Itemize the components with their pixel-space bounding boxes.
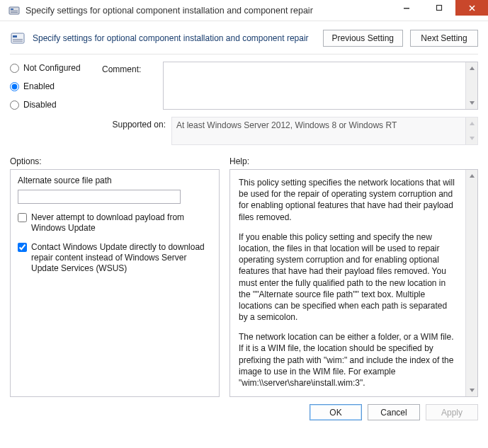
radio-enabled[interactable]: Enabled xyxy=(10,81,93,91)
svg-rect-9 xyxy=(13,41,23,42)
svg-rect-5 xyxy=(437,6,442,11)
radio-disabled-input[interactable] xyxy=(10,100,19,110)
help-scrollbar[interactable] xyxy=(465,170,477,396)
panel-headers: Options: Help: xyxy=(0,149,488,169)
comment-label: Comment: xyxy=(102,62,157,74)
scroll-up-icon[interactable] xyxy=(466,62,477,74)
scroll-down-icon xyxy=(466,132,477,144)
radio-not-configured-label: Not Configured xyxy=(23,63,81,73)
help-paragraph: If you enable this policy setting and sp… xyxy=(239,231,457,323)
svg-rect-7 xyxy=(13,35,17,38)
app-icon xyxy=(8,5,20,16)
svg-rect-4 xyxy=(404,8,409,9)
comment-block: Comment: xyxy=(102,62,478,110)
help-paragraph: This policy setting specifies the networ… xyxy=(239,177,457,223)
supported-label: Supported on: xyxy=(102,117,166,145)
supported-row: Supported on: At least Windows Server 20… xyxy=(0,113,488,149)
help-header: Help: xyxy=(229,156,249,166)
cancel-button[interactable]: Cancel xyxy=(368,404,420,420)
supported-box: At least Windows Server 2012, Windows 8 … xyxy=(171,117,478,145)
header-row: Specify settings for optional component … xyxy=(0,21,488,52)
no-download-checkbox[interactable] xyxy=(18,213,27,222)
bottom-bar: OK Cancel Apply xyxy=(0,397,488,420)
policy-icon xyxy=(10,30,25,46)
options-header: Options: xyxy=(10,156,220,166)
apply-button: Apply xyxy=(426,404,478,420)
next-setting-button[interactable]: Next Setting xyxy=(410,30,478,47)
radio-enabled-input[interactable] xyxy=(10,82,19,91)
no-download-check-row[interactable]: Never attempt to download payload from W… xyxy=(18,212,212,234)
supported-value: At least Windows Server 2012, Windows 8 … xyxy=(172,117,465,144)
close-button[interactable] xyxy=(455,0,488,16)
help-paragraph: The network location can be either a fol… xyxy=(239,331,457,389)
contact-wu-check-row[interactable]: Contact Windows Update directly to downl… xyxy=(18,242,212,274)
scroll-down-icon[interactable] xyxy=(466,384,477,396)
comment-scrollbar[interactable] xyxy=(465,62,477,109)
ok-button[interactable]: OK xyxy=(310,404,362,420)
help-panel: This policy setting specifies the networ… xyxy=(229,169,478,397)
radio-disabled-label: Disabled xyxy=(23,100,57,110)
scroll-up-icon xyxy=(466,117,477,130)
comment-box xyxy=(163,62,478,110)
no-download-label: Never attempt to download payload from W… xyxy=(31,212,212,234)
supported-scrollbar xyxy=(465,117,477,144)
state-radio-group: Not Configured Enabled Disabled xyxy=(10,62,93,110)
options-panel: Alternate source file path Never attempt… xyxy=(10,169,220,397)
svg-rect-3 xyxy=(11,12,18,13)
radio-disabled[interactable]: Disabled xyxy=(10,100,93,110)
previous-setting-button[interactable]: Previous Setting xyxy=(323,30,403,47)
header-subtitle: Specify settings for optional component … xyxy=(33,33,316,43)
state-area: Not Configured Enabled Disabled Comment: xyxy=(0,59,488,113)
radio-enabled-label: Enabled xyxy=(23,81,55,91)
scroll-down-icon[interactable] xyxy=(466,97,477,109)
svg-rect-1 xyxy=(11,8,13,10)
help-content: This policy setting specifies the networ… xyxy=(230,170,465,396)
svg-rect-8 xyxy=(13,39,23,40)
svg-rect-6 xyxy=(11,33,24,43)
radio-not-configured[interactable]: Not Configured xyxy=(10,63,93,73)
window-title: Specify settings for optional component … xyxy=(25,6,390,16)
scroll-up-icon[interactable] xyxy=(466,170,477,182)
titlebar: Specify settings for optional component … xyxy=(0,0,488,21)
contact-wu-label: Contact Windows Update directly to downl… xyxy=(31,242,212,274)
contact-wu-checkbox[interactable] xyxy=(18,243,27,252)
svg-rect-2 xyxy=(11,11,18,11)
divider xyxy=(10,54,478,54)
alt-path-label: Alternate source file path xyxy=(18,176,212,185)
panels: Alternate source file path Never attempt… xyxy=(0,169,488,397)
minimize-button[interactable] xyxy=(390,0,423,16)
radio-not-configured-input[interactable] xyxy=(10,64,19,73)
window-controls xyxy=(390,0,488,21)
alt-path-input[interactable] xyxy=(18,190,181,204)
comment-textarea[interactable] xyxy=(164,62,465,109)
maximize-button[interactable] xyxy=(423,0,455,16)
